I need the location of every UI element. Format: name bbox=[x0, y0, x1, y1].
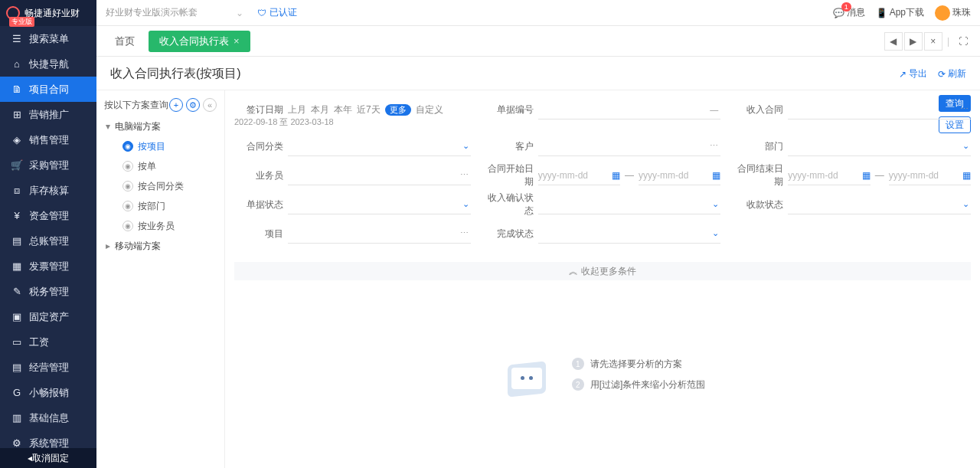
calendar-icon: ▦ bbox=[712, 170, 720, 181]
export-icon: ↗ bbox=[899, 69, 906, 80]
chevron-down-icon: ⌄ bbox=[712, 199, 720, 209]
nav-item-3[interactable]: ⊞营销推广 bbox=[0, 102, 96, 127]
income-contract-input[interactable]: ⋯ bbox=[788, 100, 971, 119]
tab-income-contract-exec[interactable]: 收入合同执行表 × bbox=[149, 31, 250, 52]
quick-custom[interactable]: 自定义 bbox=[416, 103, 443, 116]
caret-icon: ▾ bbox=[106, 121, 115, 132]
tree-leaf-0-1[interactable]: ◉按单 bbox=[118, 156, 220, 176]
label-income-contract: 收入合同 bbox=[734, 103, 788, 116]
leaf-icon: ◉ bbox=[122, 221, 133, 231]
quick-this-month[interactable]: 本月 bbox=[311, 103, 329, 116]
tree-leaf-0-4[interactable]: ◉按业务员 bbox=[118, 216, 220, 236]
step-2-badge: 2 bbox=[572, 378, 584, 391]
chevron-down-icon: ⌄ bbox=[462, 141, 471, 151]
nav-item-16[interactable]: ⚙系统管理 bbox=[0, 430, 96, 448]
nav-item-15[interactable]: ▥基础信息 bbox=[0, 405, 96, 430]
scheme-title: 按以下方案查询 bbox=[104, 99, 168, 112]
contract-type-select[interactable]: ⌄ bbox=[288, 136, 471, 156]
nav-icon: ¥ bbox=[11, 210, 23, 221]
nav-item-2[interactable]: 🗎项目合同 bbox=[0, 77, 96, 102]
doc-no-input[interactable]: — bbox=[538, 100, 721, 119]
label-contract-type: 合同分类 bbox=[234, 140, 288, 153]
label-project: 项目 bbox=[234, 227, 288, 241]
chevron-down-icon: ⌄ bbox=[236, 8, 243, 18]
tree-leaf-0-0[interactable]: ◉按项目 bbox=[118, 136, 220, 156]
refresh-icon: ⟳ bbox=[938, 69, 946, 80]
user-menu[interactable]: 珠珠 bbox=[935, 5, 971, 21]
nav-item-11[interactable]: ▣固定资产 bbox=[0, 304, 96, 329]
start-date-from[interactable]: yyyy-mm-dd▦ bbox=[538, 165, 620, 185]
step-1-badge: 1 bbox=[572, 358, 584, 370]
caret-icon: ▸ bbox=[106, 241, 115, 251]
label-sign-date: 签订日期 bbox=[234, 103, 288, 116]
tab-home[interactable]: 首页 bbox=[104, 31, 145, 52]
nav-item-1[interactable]: ⌂快捷导航 bbox=[0, 51, 96, 77]
label-income-confirm: 收入确认状态 bbox=[485, 191, 538, 218]
sign-date-quick: 上月 本月 本年 近7天 更多 自定义 2022-09-18 至 2023-03… bbox=[288, 103, 471, 116]
tab-prev-button[interactable]: ◀ bbox=[884, 32, 903, 51]
account-selector[interactable]: 好业财专业版演示帐套 ⌄ bbox=[106, 6, 243, 19]
nav-item-12[interactable]: ▭工资 bbox=[0, 329, 96, 355]
tree-group-0[interactable]: ▾电脑端方案 bbox=[101, 116, 220, 136]
tab-next-button[interactable]: ▶ bbox=[904, 32, 923, 51]
label-end-date: 合同结束日期 bbox=[734, 162, 788, 188]
label-customer: 客户 bbox=[485, 140, 538, 153]
label-salesman: 业务员 bbox=[234, 169, 288, 182]
project-input[interactable]: ⋯ bbox=[288, 224, 471, 244]
collapse-filters-button[interactable]: ︽ 收起更多条件 bbox=[234, 262, 971, 280]
nav-item-6[interactable]: ⧈库存核算 bbox=[0, 178, 96, 203]
tab-close-all-button[interactable]: × bbox=[924, 32, 942, 51]
msg-badge: 1 bbox=[841, 2, 851, 11]
shield-icon: 🛡 bbox=[257, 8, 266, 18]
quick-last-month[interactable]: 上月 bbox=[288, 103, 306, 116]
logo: 畅捷通好业财 专业版 bbox=[0, 0, 96, 26]
customer-input[interactable]: ⋯ bbox=[538, 136, 721, 156]
end-date-from[interactable]: yyyy-mm-dd▦ bbox=[788, 165, 870, 185]
scheme-add-button[interactable]: + bbox=[169, 98, 183, 112]
finish-status-select[interactable]: ⌄ bbox=[538, 224, 721, 244]
messages-button[interactable]: 💬 消息 1 bbox=[833, 6, 865, 19]
nav-item-13[interactable]: ▤经营管理 bbox=[0, 355, 96, 380]
nav-icon: ◈ bbox=[11, 134, 23, 146]
quick-this-year[interactable]: 本年 bbox=[334, 103, 352, 116]
more-icon: ⋯ bbox=[460, 170, 471, 180]
nav-item-14[interactable]: G小畅报销 bbox=[0, 380, 96, 405]
pay-status-select[interactable]: ⌄ bbox=[788, 195, 971, 214]
quick-more[interactable]: 更多 bbox=[385, 104, 411, 116]
end-date-to[interactable]: yyyy-mm-dd▦ bbox=[889, 165, 971, 185]
nav-item-5[interactable]: 🛒采购管理 bbox=[0, 152, 96, 178]
tabbar: 首页 收入合同执行表 × ◀ ▶ × | ⛶ bbox=[96, 26, 980, 57]
start-date-to[interactable]: yyyy-mm-dd▦ bbox=[639, 165, 720, 185]
nav-item-10[interactable]: ✎税务管理 bbox=[0, 279, 96, 304]
calendar-icon: ▦ bbox=[962, 170, 971, 181]
nav-item-7[interactable]: ¥资金管理 bbox=[0, 203, 96, 228]
app-download-button[interactable]: 📱 App下载 bbox=[876, 6, 924, 19]
income-confirm-select[interactable]: ⌄ bbox=[538, 195, 721, 214]
label-finish-status: 完成状态 bbox=[485, 227, 538, 241]
dept-select[interactable]: ⌄ bbox=[788, 136, 971, 156]
cancel-pin-button[interactable]: ◂ 取消固定 bbox=[0, 448, 96, 468]
nav-item-9[interactable]: ▦发票管理 bbox=[0, 254, 96, 279]
export-button[interactable]: ↗导出 bbox=[899, 67, 927, 80]
refresh-button[interactable]: ⟳刷新 bbox=[938, 67, 966, 80]
nav-icon: ⌂ bbox=[11, 58, 23, 70]
tree-leaf-0-2[interactable]: ◉按合同分类 bbox=[118, 176, 220, 196]
salesman-input[interactable]: ⋯ bbox=[288, 165, 471, 185]
avatar bbox=[935, 5, 950, 21]
tree-leaf-0-3[interactable]: ◉按部门 bbox=[118, 196, 220, 216]
doc-status-select[interactable]: ⌄ bbox=[288, 195, 471, 214]
scheme-collapse-button[interactable]: « bbox=[203, 98, 217, 112]
nav-item-8[interactable]: ▤总账管理 bbox=[0, 228, 96, 254]
nav-icon: ▤ bbox=[11, 235, 23, 247]
scheme-settings-button[interactable]: ⚙ bbox=[186, 98, 200, 112]
fullscreen-button[interactable]: ⛶ bbox=[954, 32, 972, 51]
brand-edition: 专业版 bbox=[9, 17, 34, 27]
tree-group-1[interactable]: ▸移动端方案 bbox=[101, 236, 220, 256]
phone-icon: 📱 bbox=[876, 8, 887, 18]
chevron-down-icon: ⌄ bbox=[962, 141, 971, 151]
nav-item-0[interactable]: ☰搜索菜单 bbox=[0, 26, 96, 51]
quick-7d[interactable]: 近7天 bbox=[357, 103, 381, 116]
nav-item-4[interactable]: ◈销售管理 bbox=[0, 127, 96, 152]
close-icon[interactable]: × bbox=[234, 35, 240, 47]
calendar-icon: ▦ bbox=[862, 170, 871, 181]
